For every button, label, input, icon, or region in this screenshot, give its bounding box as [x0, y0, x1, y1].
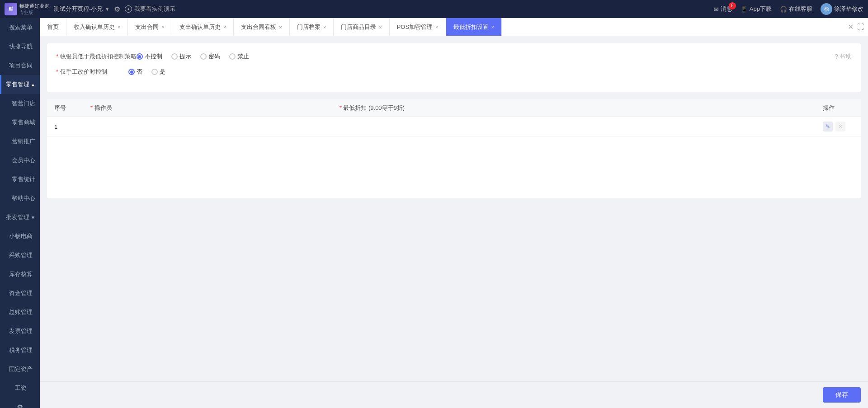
tab-home[interactable]: 首页: [40, 18, 66, 36]
radio-forbid[interactable]: 禁止: [229, 52, 249, 61]
cell-actions-1: ✎ ✕: [816, 117, 861, 136]
sidebar: 搜索菜单 快捷导航 项目合同 零售管理 ▲ 智营门店 零售商城 营销推广 会员中…: [0, 18, 40, 408]
col-required-star-discount: *: [340, 104, 342, 111]
logo-text: 畅捷通好业财 专业版: [19, 3, 49, 15]
sidebar-item-stock-calc[interactable]: 库存核算: [0, 265, 40, 284]
user-menu[interactable]: 徐 徐泽华修改: [821, 3, 863, 15]
col-header-actions: 操作: [816, 99, 861, 117]
tab-close-store-archive[interactable]: ×: [323, 24, 326, 30]
cell-seq-1: 1: [47, 119, 83, 135]
message-icon: ✉: [714, 6, 719, 13]
sidebar-item-payroll[interactable]: 工资: [0, 379, 40, 398]
sidebar-item-retail-mgmt[interactable]: 零售管理 ▲: [0, 75, 40, 94]
sidebar-item-purchase-mgmt[interactable]: 采购管理: [0, 246, 40, 265]
demo-circle-icon: ●: [125, 5, 132, 13]
online-service-button[interactable]: 🎧 在线客服: [780, 5, 812, 13]
discount-control-label: * 收银员低于最低折扣控制策略: [56, 52, 137, 61]
radio-no[interactable]: 否: [128, 68, 142, 76]
discount-control-row: * 收银员低于最低折扣控制策略 不控制 提示: [56, 52, 852, 61]
sidebar-item-project-contract[interactable]: 项目合同: [0, 56, 40, 75]
tab-expense-confirm-history[interactable]: 支出确认单历史 ×: [172, 18, 234, 36]
edit-row-button[interactable]: ✎: [823, 122, 833, 131]
tab-close-expense-contract[interactable]: ×: [161, 24, 164, 30]
cell-discount-1: [332, 122, 816, 131]
tab-min-discount-settings[interactable]: 最低折扣设置 ×: [446, 18, 502, 36]
content-area: 首页 收入确认单历史 × 支出合同 × 支出确认单历史 × 支出合同看板 × 门…: [40, 18, 868, 408]
tab-close-expense-confirm-history[interactable]: ×: [223, 24, 226, 30]
required-star: *: [56, 53, 58, 60]
help-link[interactable]: ? 帮助: [835, 52, 852, 61]
tab-expense-contract-board[interactable]: 支出合同看板 ×: [234, 18, 289, 36]
radio-password-circle: [200, 53, 207, 60]
gear-icon: ⚙: [17, 403, 23, 408]
required-star-2: *: [56, 68, 58, 75]
project-selector[interactable]: 测试分开页程-小兄 ▼: [54, 5, 109, 13]
tab-close-store-product-catalog[interactable]: ×: [379, 24, 382, 30]
sidebar-item-invoice-mgmt[interactable]: 发票管理: [0, 322, 40, 341]
message-button[interactable]: ✉ 消息 8: [714, 5, 732, 13]
col-required-star-operator: *: [90, 104, 93, 111]
chevron-down-icon-wholesale: ▼: [31, 215, 35, 220]
question-mark-icon: ?: [835, 53, 838, 60]
radio-yes-circle: [151, 69, 158, 75]
tab-close-expense-contract-board[interactable]: ×: [279, 24, 282, 30]
delete-row-button[interactable]: ✕: [835, 122, 845, 131]
sidebar-item-marketing[interactable]: 营销推广: [0, 132, 40, 151]
bottom-bar: 保存: [40, 381, 868, 408]
sidebar-item-fixed-assets[interactable]: 固定资产: [0, 360, 40, 379]
logo-icon: 财: [5, 3, 17, 15]
sidebar-item-search-menu[interactable]: 搜索菜单: [0, 18, 40, 37]
chevron-down-icon: ▼: [105, 7, 109, 12]
sidebar-item-quick-nav[interactable]: 快捷导航: [0, 37, 40, 56]
chevron-up-icon: ▲: [31, 82, 35, 87]
sidebar-item-smart-store[interactable]: 智营门店: [0, 94, 40, 113]
col-header-operator: * 操作员: [83, 99, 332, 117]
col-header-discount: * 最低折扣 (9.00等于9折): [332, 99, 816, 117]
tab-pos-encryption[interactable]: POS加密管理 ×: [390, 18, 446, 36]
main-layout: 搜索菜单 快捷导航 项目合同 零售管理 ▲ 智营门店 零售商城 营销推广 会员中…: [0, 18, 868, 408]
table-header: 序号 * 操作员 * 最低折扣 (9.00等于9折) 操作: [47, 99, 861, 117]
sidebar-item-member-center[interactable]: 会员中心: [0, 151, 40, 170]
form-card: * 收银员低于最低折扣控制策略 不控制 提示: [47, 43, 861, 92]
tabs-bar-actions: ✕ ⛶: [844, 23, 868, 31]
avatar: 徐: [821, 3, 832, 15]
tab-close-income-history[interactable]: ×: [118, 24, 120, 30]
sidebar-item-fund-mgmt[interactable]: 资金管理: [0, 284, 40, 303]
tab-close-pos-encryption[interactable]: ×: [435, 24, 438, 30]
settings-icon[interactable]: ⚙: [114, 5, 120, 14]
table-body: 1 ✎ ✕: [47, 117, 861, 198]
sidebar-item-tax-mgmt[interactable]: 税务管理: [0, 341, 40, 360]
maximize-tab-button[interactable]: ⛶: [857, 23, 864, 31]
save-button[interactable]: 保存: [823, 387, 861, 403]
tab-store-product-catalog[interactable]: 门店商品目录 ×: [334, 18, 389, 36]
tab-income-history[interactable]: 收入确认单历史 ×: [66, 18, 128, 36]
cell-operator-1: [83, 122, 332, 131]
sidebar-item-retail-stats[interactable]: 零售统计: [0, 170, 40, 189]
demo-link[interactable]: ● 我要看实例演示: [125, 5, 175, 13]
radio-hint-circle: [171, 53, 178, 60]
manual-price-label: * 仅手工改价时控制: [56, 68, 128, 76]
manual-price-radio-group: 否 是: [128, 68, 165, 76]
table-row: 1 ✎ ✕: [47, 117, 861, 136]
radio-password[interactable]: 密码: [200, 52, 220, 61]
app-logo: 财 畅捷通好业财 专业版: [5, 3, 49, 15]
discount-table: 序号 * 操作员 * 最低折扣 (9.00等于9折) 操作: [47, 99, 861, 198]
sidebar-item-retail-mall[interactable]: 零售商城: [0, 113, 40, 132]
col-header-seq: 序号: [47, 99, 83, 117]
radio-no-control-circle: [137, 53, 143, 60]
manual-price-row: * 仅手工改价时控制 否 是: [56, 68, 852, 76]
sidebar-item-wholesale-mgmt[interactable]: 批发管理 ▼: [0, 208, 40, 227]
radio-hint[interactable]: 提示: [171, 52, 191, 61]
tab-expense-contract[interactable]: 支出合同 ×: [128, 18, 172, 36]
tab-store-archive[interactable]: 门店档案 ×: [290, 18, 334, 36]
app-download-button[interactable]: 📱 App下载: [741, 5, 772, 13]
sidebar-item-help-center[interactable]: 帮助中心: [0, 189, 40, 208]
top-bar-right: ✉ 消息 8 📱 App下载 🎧 在线客服 徐 徐泽华修改: [714, 3, 863, 15]
radio-yes[interactable]: 是: [151, 68, 165, 76]
sidebar-item-accounting[interactable]: 总账管理: [0, 303, 40, 322]
sidebar-item-ecommerce[interactable]: 小畅电商: [0, 227, 40, 246]
radio-no-control[interactable]: 不控制: [137, 52, 162, 61]
tab-close-min-discount-settings[interactable]: ×: [491, 24, 494, 30]
sidebar-settings-icon[interactable]: ⚙: [0, 398, 40, 408]
close-tab-button[interactable]: ✕: [848, 23, 854, 31]
